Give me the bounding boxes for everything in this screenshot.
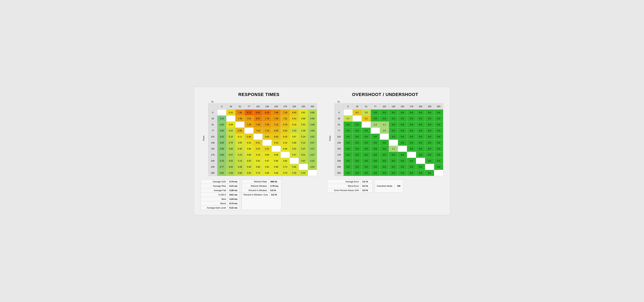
rt-axis-from: From [202, 136, 205, 141]
response-times-section: RESPONSE TIMES To From 02651771021281531… [201, 92, 317, 210]
rt-stat-row-0: Average G2G5.74 ms [201, 180, 240, 184]
os-cell-4-10: 0.0 [434, 134, 443, 140]
os-row-header-6: 153 [334, 146, 344, 152]
cell-5-0: 3.60 [217, 140, 226, 146]
os-cell-0-9: 0.0 [425, 110, 434, 116]
row-header-2: 51 [208, 122, 217, 128]
os-cell-9-4: 0.0 [380, 164, 389, 170]
os-cell-7-0: 0.0 [344, 152, 353, 158]
os-cell-9-3: 0.0 [371, 164, 380, 170]
cell-8-7: 5.82 [281, 158, 290, 164]
os-cell-2-9: 0.0 [425, 122, 434, 128]
cell-5-6: 6.33 [272, 140, 281, 146]
os-row-header-8: 204 [334, 158, 344, 164]
cell-6-5: 6.31 [263, 146, 272, 152]
os-cell-10-1: 0.0 [353, 170, 362, 176]
cell-2-6: 7.23 [272, 122, 281, 128]
cell-9-6: 5.88 [272, 164, 281, 170]
os-cell-8-3: 0.0 [371, 158, 380, 164]
col-header-3: 51 [236, 104, 244, 110]
cell-3-7: 6.56 [281, 128, 290, 134]
cell-1-4: 8.07 [254, 116, 263, 122]
os-cell-8-9: 0.0 [425, 158, 434, 164]
cell-6-2: 5.40 [236, 146, 244, 152]
cell-10-10 [308, 170, 317, 176]
os-row-header-10: 255 [334, 170, 344, 176]
cell-6-8: 5.52 [290, 146, 299, 152]
row-header-0: 0 [208, 110, 217, 116]
rt-stats-right: Refresh Rate360 HzRefresh Window2.78 msP… [242, 179, 282, 210]
os-cell-3-10: 0.0 [434, 128, 443, 134]
cell-4-7: 6.35 [281, 134, 290, 140]
os-cell-3-9: 0.0 [425, 128, 434, 134]
cell-0-10: 4.69 [308, 110, 317, 116]
cell-10-2: 5.08 [236, 170, 244, 176]
os-cell-6-9: 0.0 [425, 146, 434, 152]
cell-3-8: 5.33 [290, 128, 299, 134]
cell-0-2: 7.90 [236, 110, 244, 116]
os-cell-2-1: 0.0 [353, 122, 362, 128]
rt-stat-row-1: Average Rise6.21 ms [201, 184, 240, 188]
row-header-4: 102 [208, 134, 217, 140]
os-cell-0-1: 8.3 [353, 110, 362, 116]
cell-0-3: 8.72 [244, 110, 254, 116]
cell-1-10: 4.58 [308, 116, 317, 122]
os-cell-6-3: 0.0 [371, 146, 380, 152]
cell-9-7: 5.74 [281, 164, 290, 170]
cell-9-1: 4.52 [226, 164, 236, 170]
cell-9-5: 5.91 [263, 164, 272, 170]
os-cell-3-2: 0.0 [362, 128, 371, 134]
rt-stat-row-6: Average Dark Level6.31 ms [201, 206, 240, 210]
os-col-header-5: 102 [380, 104, 389, 110]
os-cell-6-8: 0.0 [416, 146, 425, 152]
cell-2-4: 7.49 [254, 122, 263, 128]
os-cell-10-0: 0.0 [344, 170, 353, 176]
os-cell-8-10: 0.0 [434, 158, 443, 164]
os-stat-label-1: Worst Error [327, 184, 361, 188]
os-cell-9-6: 0.0 [398, 164, 407, 170]
cell-6-1: 4.66 [226, 146, 236, 152]
os-col-header-10: 230 [425, 104, 434, 110]
rt-stat2-label-0: Refresh Rate [242, 180, 269, 184]
rt-stat-value-5: 8.72 ms [228, 201, 240, 206]
rt-stat2-value-2: 0.0 % [269, 188, 280, 192]
rt-stat2-row-2: Percent In Window0.0 % [242, 188, 282, 192]
overshoot-table: 026517710212815317920423025508.33.50.00.… [334, 103, 443, 176]
os-cell-8-2: 0.0 [362, 158, 371, 164]
rt-axis-to: To [211, 100, 317, 103]
cell-1-5: 7.79 [263, 116, 272, 122]
os-cell-5-10: 0.0 [434, 140, 443, 146]
rt-stat-value-3: 8.61 ms [228, 192, 240, 197]
os-cell-4-7: 0.0 [407, 134, 416, 140]
cell-0-5: 8.26 [263, 110, 272, 116]
os-cell-8-4: 0.0 [380, 158, 389, 164]
overdrive-box: Overdrive Mode Off [375, 179, 403, 192]
cell-1-3: 7.52 [244, 116, 254, 122]
os-cell-5-0: 0.0 [344, 140, 353, 146]
cell-0-0 [217, 110, 226, 116]
os-cell-10-9: 0.0 [425, 170, 434, 176]
cell-3-3 [244, 128, 254, 134]
rt-stat-label-2: Average Fall [201, 188, 228, 192]
cell-7-6: 6.06 [272, 152, 281, 158]
rt-stat-value-6: 6.31 ms [228, 206, 240, 210]
os-row-header-0: 0 [334, 110, 344, 116]
os-cell-9-8: 0.0 [416, 164, 425, 170]
cell-8-1: 4.52 [226, 158, 236, 164]
rt-stat-row-3: 0-255-08.61 ms [201, 192, 240, 197]
os-cell-8-8 [416, 158, 425, 164]
rt-stat-label-6: Average Dark Level [201, 206, 228, 210]
col-header-0 [208, 104, 217, 110]
os-cell-7-9: 0.0 [425, 152, 434, 158]
cell-2-5: 7.45 [263, 122, 272, 128]
os-col-header-11: 255 [434, 104, 443, 110]
cell-3-4: 7.10 [254, 128, 263, 134]
cell-6-6 [272, 146, 281, 152]
os-col-header-2: 26 [353, 104, 362, 110]
os-cell-9-1: 0.0 [353, 164, 362, 170]
os-cell-5-2: 0.0 [362, 140, 371, 146]
response-times-table: 026517710212815317920423025506.327.908.7… [208, 103, 317, 176]
os-row-header-2: 51 [334, 122, 344, 128]
cell-9-8: 5.56 [290, 164, 299, 170]
cell-2-7: 6.78 [281, 122, 290, 128]
